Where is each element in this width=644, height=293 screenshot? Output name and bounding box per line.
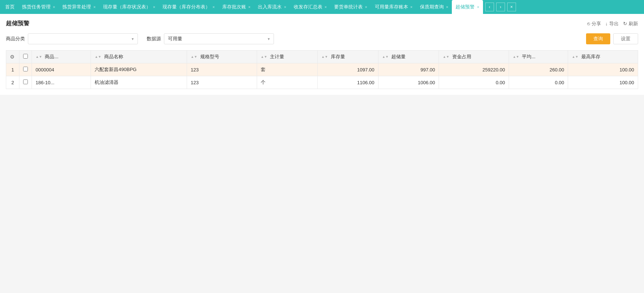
row-num: 2	[6, 76, 19, 89]
query-button[interactable]: 查询	[586, 33, 610, 44]
th-overstock[interactable]: ▲▼ 超储量	[378, 51, 439, 63]
row-max-stock: 100.00	[568, 63, 638, 76]
sort-max-stock-icon: ▲▼	[572, 55, 578, 59]
share-btn[interactable]: ⎋ 分享	[587, 21, 601, 27]
refresh-icon: ↻	[623, 21, 627, 26]
row-stock: 1097.00	[318, 63, 378, 76]
row-capital: 259220.00	[439, 63, 509, 76]
nav-exception[interactable]: 拣货异常处理 ×	[59, 0, 99, 14]
th-spec[interactable]: ▲▼ 规格型号	[187, 51, 257, 63]
nav-summary[interactable]: 收发存汇总表 ×	[290, 0, 330, 14]
nav-overstock[interactable]: 超储预警 ×	[452, 0, 483, 14]
nav-next-btn[interactable]: ›	[496, 3, 505, 11]
table-row: 1 0000004 六配套新昌490BPG 123 套 1097.00 997.…	[6, 63, 638, 76]
sort-overstock-icon: ▲▼	[382, 55, 389, 59]
sort-avg-icon: ▲▼	[513, 55, 519, 59]
th-capital[interactable]: ▲▼ 资金占用	[439, 51, 509, 63]
nav-flow[interactable]: 出入库流水 ×	[254, 0, 290, 14]
export-icon: ↓	[605, 21, 608, 26]
row-checkbox-cell	[19, 63, 32, 76]
row-max-stock: 100.00	[568, 76, 638, 89]
close-stock-status[interactable]: ×	[153, 5, 155, 9]
nav-prev-btn[interactable]: ‹	[485, 3, 494, 11]
row-overstock: 1006.00	[378, 76, 439, 89]
datasource-arrow-icon: ▾	[268, 37, 270, 41]
sort-stock-icon: ▲▼	[321, 55, 328, 59]
row-spec: 123	[187, 63, 257, 76]
th-avg[interactable]: ▲▼ 平均...	[509, 51, 568, 63]
category-arrow-icon: ▾	[132, 37, 134, 41]
sort-product-code-icon: ▲▼	[36, 55, 42, 59]
share-icon: ⎋	[587, 21, 590, 26]
th-max-stock[interactable]: ▲▼ 最高库存	[568, 51, 638, 63]
row-product-name: 机油滤清器	[91, 76, 187, 89]
th-unit[interactable]: ▲▼ 主计量	[257, 51, 318, 63]
nav-order-stats[interactable]: 要货单统计表 ×	[330, 0, 371, 14]
close-exception[interactable]: ×	[93, 5, 95, 9]
close-expiry[interactable]: ×	[446, 5, 448, 9]
datasource-value: 可用量	[168, 36, 182, 42]
sort-product-name-icon: ▲▼	[95, 55, 101, 59]
page-title-bar: 超储预警 ⎋ 分享 ↓ 导出 ↻ 刷新	[6, 20, 638, 27]
row-stock: 1106.00	[318, 76, 378, 89]
sort-unit-icon: ▲▼	[261, 55, 267, 59]
close-overstock[interactable]: ×	[477, 5, 479, 9]
close-summary[interactable]: ×	[325, 5, 327, 9]
row-checkbox-1[interactable]	[23, 79, 28, 84]
row-product-code: 186-10...	[32, 76, 91, 89]
select-all-checkbox[interactable]	[23, 54, 28, 59]
category-select[interactable]: ▾	[28, 33, 138, 44]
nav-home[interactable]: 首页	[1, 0, 18, 14]
th-checkbox	[19, 51, 32, 63]
nav-stock-status[interactable]: 现存量（库存状况表） ×	[99, 0, 159, 14]
table-row: 2 186-10... 机油滤清器 123 个 1106.00 1006.00 …	[6, 76, 638, 89]
row-unit: 套	[257, 63, 318, 76]
row-avg: 0.00	[509, 76, 568, 89]
category-filter: 商品分类 ▾	[6, 33, 138, 44]
th-stock[interactable]: ▲▼ 库存量	[318, 51, 378, 63]
datasource-filter: 数据源 可用量 ▾	[147, 33, 274, 44]
nav-stock-dist[interactable]: 现存量（库存分布表） ×	[159, 0, 218, 14]
close-order-stats[interactable]: ×	[365, 5, 367, 9]
th-gear: ⚙	[6, 51, 19, 63]
nav-available[interactable]: 可用量库存账本 ×	[371, 0, 416, 14]
nav-batch[interactable]: 库存批次账 ×	[219, 0, 254, 14]
gear-icon[interactable]: ⚙	[10, 54, 15, 60]
row-avg: 260.00	[509, 63, 568, 76]
close-batch[interactable]: ×	[248, 5, 250, 9]
th-product-name[interactable]: ▲▼ 商品名称	[91, 51, 187, 63]
row-spec: 123	[187, 76, 257, 89]
category-label: 商品分类	[6, 36, 25, 42]
row-unit: 个	[257, 76, 318, 89]
data-table: ⚙ ▲▼ 商品... ▲▼ 商品名称 ▲▼ 规格型号 ▲▼	[6, 50, 638, 89]
row-checkbox-cell	[19, 76, 32, 89]
row-product-name: 六配套新昌490BPG	[91, 63, 187, 76]
row-checkbox-0[interactable]	[23, 67, 28, 71]
topbar: 首页 拣货任务管理 × 拣货异常处理 × 现存量（库存状况表） × 现存量（库存…	[0, 0, 644, 14]
close-flow[interactable]: ×	[284, 5, 286, 9]
action-buttons: 查询 设置	[586, 33, 638, 44]
refresh-btn[interactable]: ↻ 刷新	[623, 21, 638, 27]
sort-capital-icon: ▲▼	[443, 55, 449, 59]
row-overstock: 997.00	[378, 63, 439, 76]
row-capital: 0.00	[439, 76, 509, 89]
th-product-code[interactable]: ▲▼ 商品...	[32, 51, 91, 63]
datasource-select[interactable]: 可用量 ▾	[164, 33, 274, 44]
filter-row: 商品分类 ▾ 数据源 可用量 ▾ 查询 设置	[6, 33, 638, 44]
export-btn[interactable]: ↓ 导出	[605, 21, 619, 27]
datasource-label: 数据源	[147, 36, 161, 42]
page-content: 超储预警 ⎋ 分享 ↓ 导出 ↻ 刷新 商品分类 ▾ 数据源	[0, 14, 644, 95]
nav-task-mgmt[interactable]: 拣货任务管理 ×	[18, 0, 59, 14]
settings-button[interactable]: 设置	[613, 33, 638, 44]
page-title: 超储预警	[6, 20, 29, 27]
sort-spec-icon: ▲▼	[191, 55, 197, 59]
row-num: 1	[6, 63, 19, 76]
close-available[interactable]: ×	[410, 5, 413, 9]
title-actions: ⎋ 分享 ↓ 导出 ↻ 刷新	[587, 21, 638, 27]
nav-expiry[interactable]: 保质期查询 ×	[416, 0, 452, 14]
close-stock-dist[interactable]: ×	[212, 5, 215, 9]
row-product-code: 0000004	[32, 63, 91, 76]
nav-more-btn[interactable]: ×	[507, 3, 516, 11]
close-task-mgmt[interactable]: ×	[53, 5, 55, 9]
